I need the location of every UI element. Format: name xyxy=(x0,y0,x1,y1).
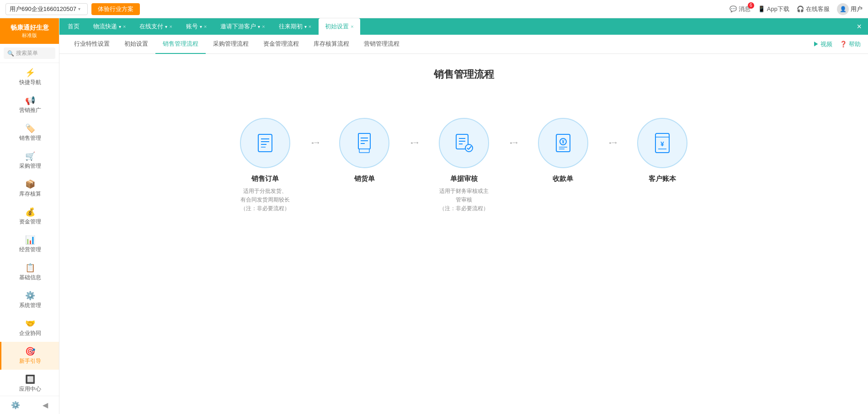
collapse-icon[interactable]: ◀ xyxy=(41,399,50,411)
flow-circle-doc-review xyxy=(439,118,489,168)
svg-text:¥: ¥ xyxy=(660,140,664,148)
close-icon[interactable]: × xyxy=(204,24,207,29)
sub-tab-sales-flow[interactable]: 销售管理流程 xyxy=(155,35,206,54)
flow-circle-sales-invoice xyxy=(339,118,389,168)
tab-account[interactable]: 账号 ▾ × xyxy=(180,18,213,35)
sub-tab-marketing-flow[interactable]: 营销管理流程 xyxy=(357,35,407,54)
sub-tab-init[interactable]: 初始设置 xyxy=(117,35,155,54)
flow-circle-sales-order xyxy=(240,118,290,168)
sidebar-item-label: 快捷导航 xyxy=(19,79,41,86)
page-content: 销售管理流程 销售订单 适用于分批发货、有合同 xyxy=(59,54,868,414)
message-icon: 💬 xyxy=(730,5,737,12)
sidebar-item-inventory[interactable]: 📦 库存核算 xyxy=(0,175,59,202)
tab-init-setup[interactable]: 初始设置 × xyxy=(319,18,360,35)
sidebar-item-quick-nav[interactable]: ⚡ 快捷导航 xyxy=(0,63,59,91)
inventory-icon: 📦 xyxy=(25,179,35,189)
sidebar-search[interactable]: 🔍 搜索菜单 xyxy=(0,44,59,63)
sidebar-item-label: 采购管理 xyxy=(19,162,41,170)
flow-step-customer-ledger[interactable]: ¥ 客户账本 xyxy=(617,118,708,187)
finance-icon: 💰 xyxy=(25,207,35,217)
sub-tab-inventory-flow[interactable]: 库存核算流程 xyxy=(306,35,357,54)
close-icon[interactable]: × xyxy=(123,24,126,29)
sidebar-item-sys-mgmt[interactable]: ⚙️ 系统管理 xyxy=(0,286,59,314)
svg-rect-0 xyxy=(258,134,272,152)
flow-arrow-1: ···→ xyxy=(311,118,319,148)
flow-step-receipt[interactable]: ¥ 收款单 xyxy=(517,118,609,187)
help-button[interactable]: ❓ 帮助 xyxy=(840,40,861,48)
tab-payment[interactable]: 在线支付 ▾ × xyxy=(133,18,178,35)
flow-arrow-4: ···→ xyxy=(609,118,617,148)
sub-tab-purchase-flow[interactable]: 采购管理流程 xyxy=(206,35,256,54)
video-button[interactable]: ▶ 视频 xyxy=(813,40,833,48)
sidebar-item-ops-mgmt[interactable]: 📊 经营管理 xyxy=(0,230,59,258)
sidebar-item-label: 系统管理 xyxy=(19,302,41,309)
trial-industry-button[interactable]: 体验行业方案 xyxy=(91,3,140,15)
sidebar-item-new-guide[interactable]: 🎯 新手引导 xyxy=(0,342,59,370)
message-button[interactable]: 💬 6 消息 xyxy=(730,5,751,13)
sidebar-item-sales-mgmt[interactable]: 🏷️ 销售管理 xyxy=(0,119,59,147)
purchase-icon: 🛒 xyxy=(25,151,35,161)
sidebar: 畅康通好生意 标准版 🔍 搜索菜单 ⚡ 快捷导航 📢 营销推广 🏷️ 销售管理 xyxy=(0,18,59,414)
tab-logistics-label: 物流快递 xyxy=(93,22,117,31)
marketing-icon: 📢 xyxy=(25,96,35,106)
avatar: 👤 xyxy=(837,3,849,15)
logo-area: 畅康通好生意 标准版 xyxy=(0,18,59,44)
tab-payment-label: 在线支付 xyxy=(139,22,163,31)
app-center-icon: 🔲 xyxy=(25,374,35,384)
user-selector-text: 用户690企业1660120507 xyxy=(10,5,76,13)
close-icon[interactable]: × xyxy=(169,24,172,29)
search-menu-input[interactable]: 🔍 搜索菜单 xyxy=(4,48,55,59)
top-header: 用户690企业1660120507 ▾ 体验行业方案 💬 6 消息 📱 App下… xyxy=(0,0,868,18)
flow-step-doc-review[interactable]: 单据审核 适用于财务审核或主管审核（注：非必要流程） xyxy=(418,118,510,213)
flow-step-sales-invoice[interactable]: 销货单 xyxy=(319,118,410,187)
app-download-button[interactable]: 📱 App下载 xyxy=(758,5,789,13)
tab-home[interactable]: 首页 xyxy=(61,18,86,35)
tab-invite-label: 邀请下游客户 xyxy=(220,22,256,31)
flow-circle-receipt: ¥ xyxy=(538,118,588,168)
enterprise-coop-icon: 🤝 xyxy=(25,318,35,329)
main-layout: 畅康通好生意 标准版 🔍 搜索菜单 ⚡ 快捷导航 📢 营销推广 🏷️ 销售管理 xyxy=(0,18,868,414)
sub-tab-fund-flow[interactable]: 资金管理流程 xyxy=(256,35,306,54)
online-service-button[interactable]: 🎧 在线客服 xyxy=(797,5,830,13)
nav-tabs-bar: 首页 物流快递 ▾ × 在线支付 ▾ × 账号 ▾ × 邀请下游客户 ▾ × xyxy=(59,18,868,35)
sidebar-item-label: 企业协同 xyxy=(19,329,41,337)
header-left: 用户690企业1660120507 ▾ 体验行业方案 xyxy=(5,3,140,15)
tab-logistics[interactable]: 物流快递 ▾ × xyxy=(87,18,132,35)
sidebar-item-basic-info[interactable]: 📋 基础信息 xyxy=(0,258,59,286)
sidebar-item-label: 经营管理 xyxy=(19,246,41,254)
sidebar-item-finance-mgmt[interactable]: 💰 资金管理 xyxy=(0,202,59,230)
chevron-down-icon: ▾ xyxy=(78,6,80,11)
chevron-down-icon: ▾ xyxy=(119,24,121,29)
sidebar-item-label: 资金管理 xyxy=(19,218,41,226)
sidebar-nav: ⚡ 快捷导航 📢 营销推广 🏷️ 销售管理 🛒 采购管理 📦 库存核算 💰 xyxy=(0,63,59,396)
logo-main: 畅康通好生意 xyxy=(11,24,49,32)
close-icon[interactable]: × xyxy=(351,24,353,29)
flow-step-title: 收款单 xyxy=(553,175,573,183)
settings-bottom-icon[interactable]: ⚙️ xyxy=(9,399,22,411)
sys-mgmt-icon: ⚙️ xyxy=(25,291,35,301)
sidebar-item-purchase-mgmt[interactable]: 🛒 采购管理 xyxy=(0,147,59,175)
tab-account-label: 账号 xyxy=(186,22,198,31)
sub-tab-init-label: 初始设置 xyxy=(124,40,148,48)
flow-step-sales-order[interactable]: 销售订单 适用于分批发货、有合同发货周期较长（注：非必要流程） xyxy=(219,118,311,213)
sidebar-item-enterprise-coop[interactable]: 🤝 企业协同 xyxy=(0,314,59,342)
close-icon[interactable]: × xyxy=(262,24,265,29)
tab-invite-customer[interactable]: 邀请下游客户 ▾ × xyxy=(214,18,271,35)
help-icon: ❓ xyxy=(840,41,847,48)
svg-point-14 xyxy=(465,144,473,152)
user-selector[interactable]: 用户690企业1660120507 ▾ xyxy=(5,3,88,15)
chevron-down-icon: ▾ xyxy=(304,24,307,29)
sub-tab-purchase-flow-label: 采购管理流程 xyxy=(213,40,249,48)
sidebar-item-label: 营销推广 xyxy=(19,106,41,114)
sidebar-item-app-center[interactable]: 🔲 应用中心 xyxy=(0,370,59,396)
sidebar-item-marketing-promo[interactable]: 📢 营销推广 xyxy=(0,91,59,119)
ops-icon: 📊 xyxy=(25,235,35,245)
message-badge: 6 xyxy=(748,2,754,9)
chevron-down-icon: ▾ xyxy=(258,24,260,29)
close-all-tabs-button[interactable]: × xyxy=(852,22,866,32)
sub-tab-industry[interactable]: 行业特性设置 xyxy=(67,35,117,54)
tab-past-period[interactable]: 往来期初 ▾ × xyxy=(272,18,318,35)
close-icon[interactable]: × xyxy=(309,24,311,29)
user-avatar-button[interactable]: 👤 用户 xyxy=(837,3,863,15)
sub-tab-inventory-flow-label: 库存核算流程 xyxy=(314,40,349,48)
